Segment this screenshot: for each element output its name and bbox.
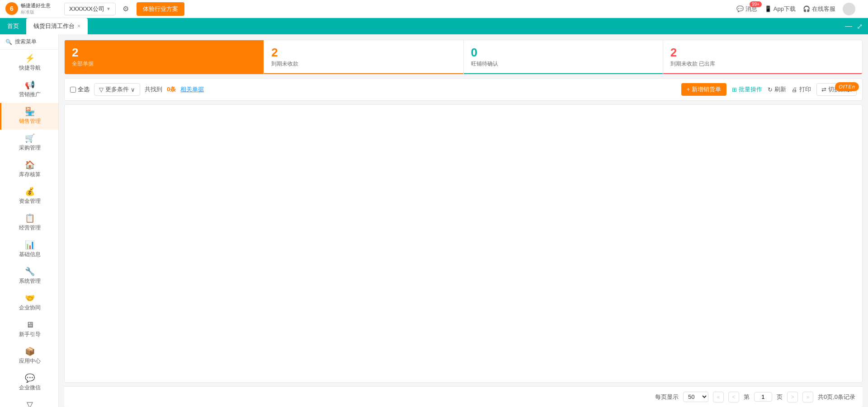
company-dropdown-arrow: ▼	[106, 6, 111, 11]
stat-overdue[interactable]: 2 到期未收款	[264, 40, 463, 74]
stat-all-number: 2	[72, 47, 256, 58]
stat-shipped[interactable]: 2 到期未收款 已出库	[663, 40, 862, 74]
batch-operation-button[interactable]: ⊞ 批量操作	[732, 85, 762, 94]
page-size-select[interactable]: 50 10 20 100	[683, 392, 708, 402]
stat-shipped-number: 2	[670, 47, 855, 58]
filter-label: 更多条件	[105, 85, 129, 94]
sidebar-item-operations[interactable]: 📋 经营管理	[0, 210, 58, 236]
sidebar-item-system-label: 系统管理	[19, 277, 41, 285]
sidebar-item-guide-label: 新手引导	[19, 331, 41, 338]
app-download-button[interactable]: 📱 App下载	[764, 5, 796, 13]
select-all-input[interactable]	[70, 87, 76, 93]
stat-pending[interactable]: 0 旺铺待确认	[464, 40, 663, 74]
print-button[interactable]: 🖨 打印	[792, 85, 811, 94]
member-icon: ▽	[27, 401, 33, 407]
new-order-button[interactable]: + 新增销货单	[681, 83, 726, 96]
sidebar-item-system[interactable]: 🔧 系统管理	[0, 263, 58, 290]
logo-area: 6 畅捷通好生意 标准版	[5, 2, 64, 15]
sidebar-item-finance-label: 资金管理	[19, 197, 41, 205]
stat-all-label: 全部单据	[72, 60, 256, 68]
stat-all[interactable]: 2 全部单据	[65, 40, 264, 74]
prev-page-button[interactable]: <	[728, 392, 739, 402]
stat-shipped-label: 到期未收款 已出库	[670, 60, 855, 68]
sidebar-item-enterprise[interactable]: 🤝 企业协同	[0, 290, 58, 316]
sidebar-item-purchase-label: 采购管理	[19, 144, 41, 152]
logo-icon: 6	[5, 2, 18, 15]
main-layout: 🔍 搜索菜单 ⚡ 快捷导航 📢 营销推广 🏪 销售管理 🛒 采购管理 🏠 库存核…	[0, 34, 868, 407]
sidebar-item-app-center-label: 应用中心	[19, 357, 41, 365]
stat-overdue-number: 2	[271, 47, 456, 58]
search-icon: 🔍	[5, 39, 12, 45]
select-all-label: 全选	[78, 85, 90, 94]
sidebar-item-wechat-label: 企业微信	[19, 384, 41, 392]
finance-icon: 💰	[25, 187, 35, 196]
found-count: 0条	[167, 85, 176, 94]
page-input[interactable]	[754, 392, 772, 402]
message-button[interactable]: 💬 消息 99+	[736, 5, 757, 13]
select-all-checkbox[interactable]: 全选	[70, 85, 90, 94]
app-label: App下载	[774, 5, 796, 13]
related-link[interactable]: 相关单据	[180, 85, 204, 94]
stat-pending-number: 0	[471, 47, 656, 58]
next-page-button[interactable]: >	[787, 392, 798, 402]
operations-icon: 📋	[25, 214, 35, 222]
page-size-label: 每页显示	[655, 393, 679, 401]
app-icon: 📱	[764, 5, 772, 12]
message-icon: 💬	[736, 5, 744, 12]
home-tab-label: 首页	[7, 22, 19, 30]
tab-minimize-button[interactable]: —	[845, 22, 852, 30]
sidebar-item-guide[interactable]: 🖥 新手引导	[0, 316, 58, 343]
online-service-button[interactable]: 🎧 在线客服	[803, 5, 835, 13]
filter-button[interactable]: ▽ 更多条件 ∨	[94, 83, 140, 96]
settings-button[interactable]: ⚙	[119, 3, 132, 15]
stat-overdue-indicator	[264, 73, 463, 74]
sidebar-item-sales[interactable]: 🏪 销售管理	[0, 103, 58, 130]
sidebar: 🔍 搜索菜单 ⚡ 快捷导航 📢 营销推广 🏪 销售管理 🛒 采购管理 🏠 库存核…	[0, 34, 59, 407]
wechat-icon: 💬	[25, 374, 35, 382]
sidebar-item-member[interactable]: ▽ 畅会员	[0, 396, 58, 407]
guide-icon: 🖥	[26, 321, 34, 329]
avatar[interactable]	[843, 3, 855, 15]
toolbar: 全选 ▽ 更多条件 ∨ 共找到 0条 相关单据 + 新增销货单 ⊞ 批量操作 ↻…	[64, 78, 863, 101]
company-selector[interactable]: XXXXXX公司 ▼	[64, 3, 116, 15]
tab-maximize-button[interactable]: ⤢	[857, 22, 863, 31]
service-label: 在线客服	[812, 5, 835, 13]
sidebar-item-operations-label: 经营管理	[19, 224, 41, 232]
quick-nav-icon: ⚡	[25, 54, 35, 62]
purchase-icon: 🛒	[25, 134, 35, 142]
inventory-icon: 🏠	[25, 161, 35, 169]
sidebar-item-quick-nav-label: 快捷导航	[19, 64, 41, 72]
top-bar: 6 畅捷通好生意 标准版 XXXXXX公司 ▼ ⚙ 体验行业方案 💬 消息 99…	[0, 0, 868, 18]
sidebar-item-sales-label: 销售管理	[19, 117, 41, 125]
sidebar-search[interactable]: 🔍 搜索菜单	[0, 34, 58, 50]
toolbar-right: + 新增销货单 ⊞ 批量操作 ↻ 刷新 🖨 打印 ⇄ 切换新版	[681, 83, 857, 96]
content-area: 2 全部单据 2 到期未收款 0 旺铺待确认 2 到期未收款 已出库	[59, 34, 868, 407]
pagination-bar: 每页显示 50 10 20 100 « < 第 页 > » 共0页,0条记录	[64, 386, 863, 407]
first-page-button[interactable]: «	[713, 392, 724, 402]
print-label: 打印	[799, 85, 811, 94]
workbench-tab[interactable]: 钱货日清工作台 ×	[26, 18, 88, 34]
sidebar-item-app-center[interactable]: 📦 应用中心	[0, 343, 58, 370]
sidebar-item-wechat[interactable]: 💬 企业微信	[0, 370, 58, 396]
filter-arrow-icon: ∨	[131, 86, 135, 93]
refresh-label: 刷新	[774, 85, 786, 94]
refresh-icon: ↻	[768, 86, 773, 93]
stat-pending-indicator	[464, 73, 663, 74]
workbench-tab-label: 钱货日清工作台	[33, 22, 75, 30]
sidebar-search-label: 搜索菜单	[15, 38, 37, 46]
tab-actions: — ⤢	[845, 22, 868, 31]
refresh-button[interactable]: ↻ 刷新	[768, 85, 786, 94]
sidebar-item-purchase[interactable]: 🛒 采购管理	[0, 130, 58, 156]
last-page-button[interactable]: »	[802, 392, 813, 402]
workbench-tab-close[interactable]: ×	[77, 23, 80, 29]
sidebar-item-marketing[interactable]: 📢 营销推广	[0, 76, 58, 103]
home-tab[interactable]: 首页	[0, 18, 26, 34]
sidebar-item-finance[interactable]: 💰 资金管理	[0, 183, 58, 210]
sidebar-item-quick-nav[interactable]: ⚡ 快捷导航	[0, 50, 58, 76]
sidebar-item-basic-info[interactable]: 📊 基础信息	[0, 236, 58, 263]
sidebar-item-inventory[interactable]: 🏠 库存核算	[0, 156, 58, 183]
filter-icon: ▽	[99, 86, 104, 93]
experience-button[interactable]: 体验行业方案	[137, 2, 184, 16]
print-icon: 🖨	[792, 86, 797, 93]
pagination-summary: 共0页,0条记录	[818, 393, 855, 401]
